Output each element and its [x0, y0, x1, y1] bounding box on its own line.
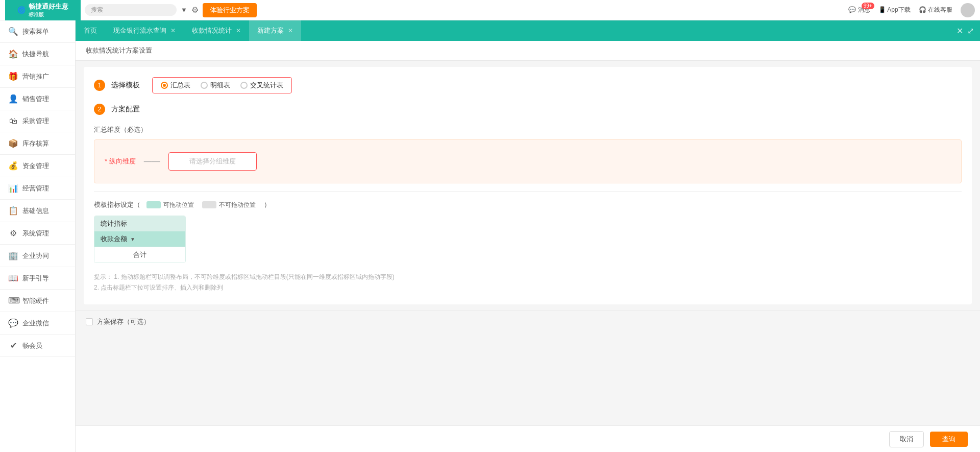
close-receipt-stats-icon[interactable]: ✕ — [236, 27, 241, 34]
radio-summary[interactable]: 汇总表 — [161, 81, 190, 90]
radio-detail[interactable]: 明细表 — [201, 81, 230, 90]
page-content: 收款情况统计方案设置 1 选择模板 汇总表 明细表 — [76, 41, 980, 452]
sidebar-item-label: 销售管理 — [22, 94, 49, 104]
app-download[interactable]: 📱 App下载 — [878, 6, 911, 14]
step1-label: 选择模板 — [111, 81, 140, 90]
sidebar-item-label: 资金管理 — [22, 161, 49, 171]
cancel-button[interactable]: 取消 — [889, 431, 924, 447]
save-checkbox[interactable] — [86, 318, 93, 325]
message-icon: 💬 — [848, 6, 856, 13]
header-left: 🌀 畅捷通好生意 标准版 搜索 ▼ ⚙ 体验行业方案 — [5, 0, 257, 20]
tab-bank-flow[interactable]: 现金银行流水查询 ✕ — [105, 20, 184, 41]
tab-close-all-icon[interactable]: ✕ — [957, 26, 963, 36]
legend-non-draggable: 不可拖动位置 — [202, 201, 256, 209]
sidebar-item-quick-nav[interactable]: 🏠 快捷导航 — [0, 43, 75, 65]
sidebar-item-system[interactable]: ⚙ 系统管理 — [0, 222, 75, 245]
tab-home[interactable]: 首页 — [76, 20, 105, 41]
sidebar-item-basic-info[interactable]: 📋 基础信息 — [0, 200, 75, 222]
sidebar-item-enterprise[interactable]: 🏢 企业协同 — [0, 245, 75, 267]
main-area: 首页 现金银行流水查询 ✕ 收款情况统计 ✕ 新建方案 ✕ ✕ ⤢ — [76, 20, 980, 452]
dimension-row-label: * 纵向维度 — [105, 157, 136, 166]
sidebar-item-operation[interactable]: 📊 经营管理 — [0, 177, 75, 200]
tab-expand-icon[interactable]: ⤢ — [967, 26, 974, 36]
dimension-config-area: * 纵向维度 —— 请选择分组维度 — [94, 139, 962, 183]
sidebar-item-sales[interactable]: 👤 销售管理 — [0, 88, 75, 110]
box-icon: 📦 — [8, 138, 18, 148]
settings-icon[interactable]: ⚙ — [191, 5, 199, 15]
dropdown-arrow-icon[interactable]: ▼ — [181, 6, 187, 14]
guide-icon: 📖 — [8, 273, 18, 283]
dimension-section: 汇总维度（必选） * 纵向维度 —— 请选择分组维度 — [94, 125, 962, 183]
trial-btn[interactable]: 体验行业方案 — [203, 3, 257, 17]
sidebar-item-label: 经营管理 — [22, 184, 49, 193]
tab-bank-flow-label: 现金银行流水查询 — [113, 26, 166, 35]
bottom-action-bar: 取消 查询 — [76, 425, 980, 452]
service-label: 在线客服 — [928, 6, 952, 13]
bag-icon: 🛍 — [8, 116, 18, 126]
chat-icon: 💬 — [8, 318, 18, 328]
sidebar-item-purchase[interactable]: 🛍 采购管理 — [0, 110, 75, 132]
sidebar-item-inventory[interactable]: 📦 库存核算 — [0, 132, 75, 155]
tab-new-plan-label: 新建方案 — [257, 26, 284, 35]
download-label: App下载 — [887, 6, 910, 13]
user-avatar[interactable] — [961, 3, 975, 17]
search-bar[interactable]: 搜索 — [85, 4, 177, 16]
sidebar-item-member[interactable]: ✔ 畅会员 — [0, 335, 75, 357]
sidebar-item-wechat[interactable]: 💬 企业微信 — [0, 312, 75, 335]
legend-draggable: 可拖动位置 — [146, 201, 194, 209]
sidebar-item-capital[interactable]: 💰 资金管理 — [0, 155, 75, 177]
radio-detail-label: 明细表 — [210, 81, 230, 90]
tab-bar: 首页 现金银行流水查询 ✕ 收款情况统计 ✕ 新建方案 ✕ ✕ ⤢ — [76, 20, 980, 41]
tab-new-plan[interactable]: 新建方案 ✕ — [249, 20, 301, 41]
save-section: 方案保存（可选） — [76, 311, 980, 332]
tab-home-label: 首页 — [84, 26, 97, 35]
person-icon: 👤 — [8, 94, 18, 104]
legend-draggable-label: 可拖动位置 — [163, 201, 194, 209]
tab-receipt-stats[interactable]: 收款情况统计 ✕ — [184, 20, 249, 41]
radio-summary-label: 汇总表 — [170, 81, 190, 90]
sidebar-item-label: 系统管理 — [22, 229, 49, 238]
header-right: 💬 消息 99+ 📱 App下载 🎧 在线客服 — [848, 3, 975, 17]
stats-column-label: 收款金额 — [101, 234, 127, 244]
column-chevron-icon: ▼ — [130, 236, 135, 242]
system-icon: ⚙ — [8, 228, 18, 238]
close-bank-flow-icon[interactable]: ✕ — [170, 27, 176, 34]
sidebar-item-marketing[interactable]: 🎁 营销推广 — [0, 65, 75, 88]
app-layout: 🔍 搜索菜单 🏠 快捷导航 🎁 营销推广 👤 销售管理 🛍 采购管理 📦 库存核… — [0, 20, 980, 452]
stats-header-label: 统计指标 — [101, 219, 127, 228]
indicator-header: 模板指标设定（ 可拖动位置 不可拖动位置 ） — [94, 200, 962, 209]
stats-table: 统计指标 收款金额 ▼ 合计 — [94, 216, 186, 263]
query-button[interactable]: 查询 — [930, 432, 968, 447]
sidebar-item-label: 采购管理 — [22, 116, 49, 126]
stats-table-header[interactable]: 统计指标 — [94, 216, 185, 231]
top-header: 🌀 畅捷通好生意 标准版 搜索 ▼ ⚙ 体验行业方案 💬 消息 99+ 📱 Ap… — [0, 0, 980, 20]
radio-cross[interactable]: 交叉统计表 — [240, 81, 283, 90]
info-icon: 📋 — [8, 206, 18, 216]
tip2: 2. 点击标题栏下拉可设置排序、插入列和删除列 — [94, 283, 962, 292]
sidebar-item-search-menu[interactable]: 🔍 搜索菜单 — [0, 20, 75, 43]
indicator-legend: 可拖动位置 不可拖动位置 ） — [146, 200, 271, 209]
sidebar-item-guide[interactable]: 📖 新手引导 — [0, 267, 75, 290]
stats-column-header[interactable]: 收款金额 ▼ — [94, 231, 185, 247]
app-edition: 标准版 — [29, 11, 68, 18]
tab-bar-actions: ✕ ⤢ — [950, 20, 980, 41]
message-badge-container[interactable]: 💬 消息 99+ — [848, 6, 870, 14]
form-section: 1 选择模板 汇总表 明细表 交叉统计表 — [84, 67, 972, 304]
close-new-plan-icon[interactable]: ✕ — [288, 27, 293, 34]
page-title: 收款情况统计方案设置 — [86, 46, 152, 54]
sidebar: 🔍 搜索菜单 🏠 快捷导航 🎁 营销推广 👤 销售管理 🛍 采购管理 📦 库存核… — [0, 20, 76, 452]
radio-cross-label: 交叉统计表 — [250, 81, 283, 90]
dimension-title: 汇总维度（必选） — [94, 125, 962, 134]
radio-summary-dot — [161, 82, 168, 89]
sidebar-item-label: 新手引导 — [22, 274, 49, 283]
dimension-select[interactable]: 请选择分组维度 — [168, 152, 257, 171]
sidebar-item-label: 营销推广 — [22, 72, 49, 81]
stats-table-row: 合计 — [94, 247, 185, 263]
tips-section: 提示： 1. 拖动标题栏可以调整布局，不可跨维度或指标区域拖动栏目段(只能在同一… — [94, 273, 962, 292]
app-name: 畅捷通好生意 — [29, 2, 68, 11]
member-icon: ✔ — [8, 341, 18, 350]
online-service[interactable]: 🎧 在线客服 — [919, 6, 952, 14]
money-icon: 💰 — [8, 161, 18, 171]
enterprise-icon: 🏢 — [8, 251, 18, 260]
sidebar-item-hardware[interactable]: ⌨ 智能硬件 — [0, 290, 75, 312]
